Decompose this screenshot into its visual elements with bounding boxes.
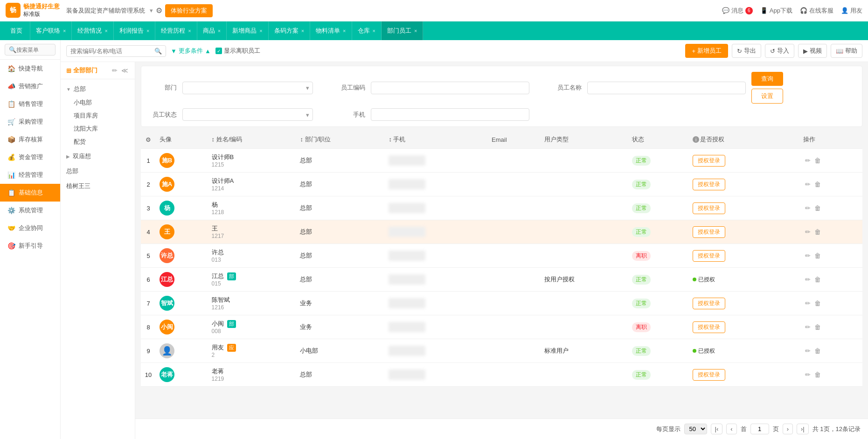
edit-btn[interactable]: ✏ — [803, 180, 812, 189]
emp-status-select[interactable] — [182, 108, 313, 121]
page-input[interactable] — [750, 424, 769, 434]
delete-btn[interactable]: 🗑 — [812, 322, 823, 332]
dept-child-peihuo[interactable]: 配货 — [61, 135, 135, 148]
col-settings[interactable]: ⚙ — [141, 131, 156, 149]
edit-btn[interactable]: ✏ — [803, 346, 812, 355]
sidebar-item-basic[interactable]: 📋 基础信息 — [0, 184, 60, 202]
export-btn[interactable]: ↻ 导出 — [732, 44, 761, 58]
edit-btn[interactable]: ✏ — [803, 203, 812, 213]
tab-employees[interactable]: 部门员工× — [382, 21, 423, 40]
view-btn[interactable]: ▶ 视频 — [798, 44, 827, 58]
tab-barcode[interactable]: 条码方案× — [269, 21, 310, 40]
tab-new-goods-close[interactable]: × — [259, 28, 262, 34]
auth-login-btn[interactable]: 授权登录 — [693, 250, 725, 262]
user-avatar-btn[interactable]: 👤 用友 — [841, 7, 862, 15]
dept-child-xiaodianbu[interactable]: 小电部 — [61, 96, 135, 109]
edit-btn[interactable]: ✏ — [803, 275, 812, 284]
query-btn[interactable]: 查询 — [751, 72, 783, 86]
edit-btn[interactable]: ✏ — [803, 156, 812, 165]
set-btn[interactable]: 设置 — [751, 89, 783, 104]
tab-barcode-close[interactable]: × — [301, 28, 304, 34]
tab-history-close[interactable]: × — [188, 28, 191, 34]
sidebar-item-quick-nav[interactable]: 🏠 快捷导航 — [0, 60, 60, 77]
dept-edit-btn[interactable]: ✏ — [111, 66, 118, 75]
all-dept-label[interactable]: ⊞ 全部部门 — [66, 66, 97, 75]
auth-login-btn[interactable]: 授权登录 — [693, 369, 725, 381]
tab-operation[interactable]: 经营情况× — [72, 21, 113, 40]
dept-collapse-btn[interactable]: ≪ — [120, 66, 129, 75]
emp-name-input[interactable] — [587, 82, 746, 94]
emp-code-input[interactable] — [371, 82, 529, 94]
tab-employees-close[interactable]: × — [414, 28, 417, 34]
settings-icon[interactable]: ⚙ — [156, 6, 162, 15]
sidebar-item-sales[interactable]: 📋 销售管理 — [0, 95, 60, 113]
app-download-btn[interactable]: 📱 App下载 — [760, 7, 792, 15]
dept-child-shenyangdaku[interactable]: 沈阳大库 — [61, 122, 135, 135]
search-input[interactable] — [70, 48, 154, 55]
sidebar-item-collab[interactable]: 🤝 企业协同 — [0, 219, 60, 237]
auth-login-btn[interactable]: 授权登录 — [693, 202, 725, 214]
dept-group-title-zhishu[interactable]: 植树王三 — [61, 179, 135, 193]
delete-btn[interactable]: 🗑 — [812, 251, 823, 260]
delete-btn[interactable]: 🗑 — [812, 156, 823, 165]
edit-btn[interactable]: ✏ — [803, 322, 812, 332]
delete-btn[interactable]: 🗑 — [812, 299, 823, 308]
delete-btn[interactable]: 🗑 — [812, 275, 823, 284]
tab-goods-close[interactable]: × — [218, 28, 221, 34]
tab-warehouse-close[interactable]: × — [373, 28, 375, 34]
dept-group-title-zongbu[interactable]: ▼ 总部 — [61, 82, 135, 96]
sidebar-item-guide[interactable]: 🎯 新手引导 — [0, 237, 60, 255]
edit-btn[interactable]: ✏ — [803, 251, 812, 260]
delete-btn[interactable]: 🗑 — [812, 370, 823, 379]
sidebar-item-marketing[interactable]: 📣 营销推广 — [0, 77, 60, 95]
help-btn[interactable]: 📖 帮助 — [831, 44, 862, 58]
sidebar-item-system[interactable]: ⚙️ 系统管理 — [0, 202, 60, 219]
auth-login-btn[interactable]: 授权登录 — [693, 179, 725, 190]
auth-login-btn[interactable]: 授权登录 — [693, 298, 725, 309]
last-page-btn[interactable]: ›| — [797, 424, 809, 434]
delete-btn[interactable]: 🗑 — [812, 203, 823, 213]
dept-group-title-shuangmiao[interactable]: ▶ 双庙想 — [61, 149, 135, 163]
next-page-btn[interactable]: › — [783, 424, 793, 434]
experience-btn[interactable]: 体验行业方案 — [165, 4, 213, 17]
col-name-code[interactable]: ↕ 姓名/编码 — [208, 131, 297, 149]
delete-btn[interactable]: 🗑 — [812, 346, 823, 355]
tab-goods[interactable]: 商品× — [197, 21, 227, 40]
sidebar-item-inventory[interactable]: 📦 库存核算 — [0, 131, 60, 148]
tab-operation-close[interactable]: × — [104, 28, 107, 34]
sidebar-item-purchase[interactable]: 🛒 采购管理 — [0, 113, 60, 131]
edit-btn[interactable]: ✏ — [803, 370, 812, 379]
per-page-select[interactable]: 50 — [684, 424, 707, 434]
edit-btn[interactable]: ✏ — [803, 227, 812, 237]
auth-login-btn[interactable]: 授权登录 — [693, 155, 725, 167]
tab-profit[interactable]: 利润报告× — [114, 21, 155, 40]
add-employee-btn[interactable]: + 新增员工 — [685, 44, 728, 58]
more-filters-btn[interactable]: ▼ 更多条件 ▲ — [171, 47, 211, 55]
prev-page-btn[interactable]: ‹ — [726, 424, 736, 434]
auth-login-btn[interactable]: 授权登录 — [693, 321, 725, 333]
tab-bom-close[interactable]: × — [343, 28, 346, 34]
sidebar-search-input[interactable] — [16, 47, 49, 53]
col-dept-position[interactable]: ↕ 部门/职位 — [296, 131, 385, 149]
online-service-btn[interactable]: 🎧 在线客服 — [800, 7, 833, 15]
col-phone[interactable]: ↕ 手机 — [385, 131, 488, 149]
tab-customer-close[interactable]: × — [63, 28, 66, 34]
first-page-btn[interactable]: |‹ — [711, 424, 723, 434]
delete-btn[interactable]: 🗑 — [812, 227, 823, 237]
edit-btn[interactable]: ✏ — [803, 299, 812, 308]
tab-bom[interactable]: 物料清单× — [310, 21, 352, 40]
delete-btn[interactable]: 🗑 — [812, 180, 823, 189]
tab-new-goods[interactable]: 新增商品× — [227, 21, 268, 40]
dept-child-xiangmukufang[interactable]: 项目库房 — [61, 109, 135, 122]
sidebar-item-finance[interactable]: 💰 资金管理 — [0, 148, 60, 166]
tab-history[interactable]: 经营历程× — [155, 21, 197, 40]
dept-select[interactable] — [182, 82, 313, 94]
message-btn[interactable]: 💬 消息 6 — [722, 7, 753, 15]
tab-home[interactable]: 首页 — [3, 21, 30, 40]
tab-profit-close[interactable]: × — [146, 28, 149, 34]
import-btn[interactable]: ↺ 导入 — [765, 44, 794, 58]
system-title-dropdown[interactable]: ▾ — [150, 7, 153, 14]
tab-warehouse[interactable]: 仓库× — [352, 21, 382, 40]
auth-login-btn[interactable]: 授权登录 — [693, 226, 725, 238]
phone-input[interactable] — [371, 108, 529, 121]
